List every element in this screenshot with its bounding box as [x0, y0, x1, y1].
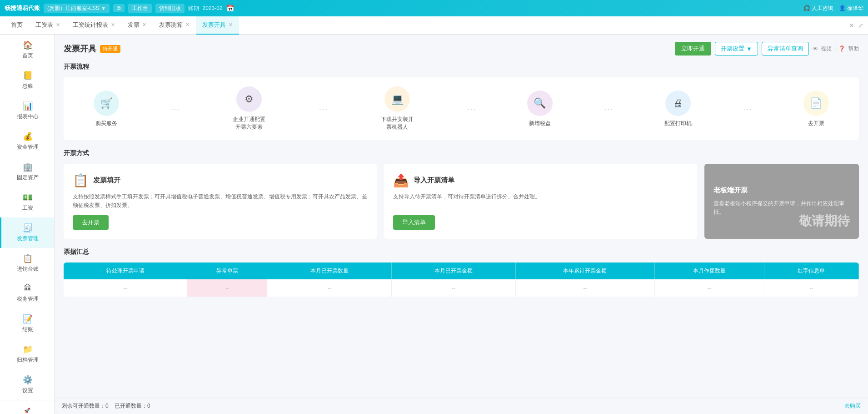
service-icon: 🎧	[803, 5, 810, 11]
tab-payroll[interactable]: 工资表 ✕	[29, 16, 66, 35]
step-config-printer[interactable]: 🖨 配置打印机	[664, 91, 692, 127]
sidebar-item-home[interactable]: 🏠 首页	[0, 35, 54, 65]
assets-icon: 🏢	[23, 162, 33, 172]
open-now-button[interactable]: 立即开通	[675, 42, 711, 56]
sidebar: 🏠 首页 📒 总账 📊 报表中心 💰 资金管理 🏢 固定资产 💵 工资 🧾 发票…	[0, 35, 55, 414]
sidebar-item-invoice-label: 发票管理	[17, 235, 39, 242]
col-void-count: 本月作废数量	[654, 263, 764, 279]
summary-table-data-row: -- -- -- -- -- -- --	[64, 279, 859, 297]
sidebar-bottom: 🚀 新手引导 👑 畅会员 📌 取消固定	[0, 400, 54, 414]
sidebar-item-payroll[interactable]: 💵 工资	[0, 187, 54, 217]
sidebar-item-archive-label: 归档管理	[17, 356, 39, 364]
sidebar-item-settings[interactable]: ⚙️ 设置	[0, 369, 54, 400]
sidebar-item-settlement[interactable]: 📝 结账	[0, 308, 54, 339]
sidebar-item-guide[interactable]: 🚀 新手引导	[0, 404, 54, 414]
company-selector[interactable]: (勿删）江西服室-LSS ▼	[44, 4, 110, 13]
tab-invoice-close[interactable]: ✕	[142, 22, 146, 28]
col-year-amount: 本年累计开票金额	[515, 263, 654, 279]
page-title-row: 发票开具 待开通	[64, 43, 120, 54]
step-configure[interactable]: ⚙ 企业开通配置开票六要素	[231, 86, 267, 131]
sidebar-item-tax-label: 税务管理	[17, 295, 39, 303]
sidebar-item-assets[interactable]: 🏢 固定资产	[0, 157, 54, 187]
step-buy-service-icon: 🛒	[100, 97, 113, 109]
tab-payroll-stats-label: 工资统计报表	[73, 21, 108, 29]
sidebar-item-ledger-label: 总账	[22, 82, 33, 90]
tab-bar: 首页 工资表 ✕ 工资统计报表 ✕ 发票 ✕ 发票测算 ✕ 发票开具 ✕ ✕ ⤢	[0, 16, 868, 35]
cell-month-count: --	[267, 279, 391, 297]
switch-old-button[interactable]: 切到旧版	[155, 4, 185, 13]
step-configure-label: 企业开通配置开票六要素	[231, 116, 267, 131]
tab-invoice-issue[interactable]: 发票开具 ✕	[196, 16, 239, 35]
view-label[interactable]: 视频	[821, 45, 832, 53]
period-label: 账期	[188, 5, 199, 12]
go-issue-button[interactable]: 去开票	[73, 215, 109, 230]
company-name: (勿删）江西服室-LSS	[47, 5, 100, 12]
open-settings-button[interactable]: 开票设置 ▼	[715, 42, 758, 56]
tab-payroll-stats-close[interactable]: ✕	[111, 22, 115, 28]
buy-link[interactable]: 去购买	[844, 402, 861, 410]
sidebar-item-payroll-label: 工资	[22, 204, 33, 212]
abnormal-query-button[interactable]: 异常清单查询	[762, 42, 809, 56]
step-download[interactable]: 💻 下载并安装开票机器人	[379, 86, 415, 131]
import-list-button[interactable]: 导入清单	[393, 215, 435, 230]
sidebar-item-purchase-sales-label: 进销台账	[17, 265, 39, 273]
cell-red-info: --	[764, 279, 858, 297]
sidebar-item-invoice[interactable]: 🧾 发票管理	[0, 217, 54, 248]
arrow-1: ⋯	[170, 103, 180, 114]
sidebar-item-archive[interactable]: 📁 归档管理	[0, 339, 54, 369]
settlement-icon: 📝	[23, 314, 33, 324]
funds-icon: 💰	[23, 131, 33, 141]
page-header: 发票开具 待开通 立即开通 开票设置 ▼ 异常清单查询 👁 视频 | ❓ 帮助	[64, 42, 859, 56]
col-red-info: 红字信息单	[764, 263, 858, 279]
sidebar-item-tax[interactable]: 🏛 税务管理	[0, 278, 54, 308]
arrow-3: ⋯	[467, 103, 476, 114]
guide-icon: 🚀	[24, 408, 30, 414]
method-card-import-desc: 支持导入待开票清单，可对待开票清单进行拆分、合并处理。	[393, 192, 688, 210]
sidebar-item-purchase-sales[interactable]: 📋 进销台账	[0, 248, 54, 278]
user-info[interactable]: 👤 徐泽华	[839, 5, 863, 12]
step-issue-invoice-label: 去开票	[808, 120, 824, 127]
tab-home[interactable]: 首页	[5, 16, 29, 35]
coming-soon-label: 敬请期待	[799, 212, 850, 230]
tab-payroll-stats[interactable]: 工资统计报表 ✕	[66, 16, 121, 35]
cell-pending[interactable]: --	[64, 279, 187, 297]
step-issue-invoice[interactable]: 📄 去开票	[803, 91, 829, 127]
window-close-icon[interactable]: ✕	[849, 22, 854, 29]
period-value[interactable]: 2023-02	[203, 5, 223, 11]
sidebar-item-assets-label: 固定资产	[17, 174, 39, 182]
method-card-manual: 📋 发票填开 支持按照发票样式手工填开发票；可开具增值税电子普通发票、增值税普通…	[64, 164, 377, 239]
step-buy-service[interactable]: 🛒 购买服务	[94, 91, 119, 127]
sidebar-item-funds[interactable]: 💰 资金管理	[0, 126, 54, 157]
tab-invoice-calc[interactable]: 发票测算 ✕	[153, 16, 196, 35]
process-section-title: 开票流程	[64, 63, 859, 71]
ledger-icon: 📒	[23, 71, 33, 81]
tab-payroll-label: 工资表	[35, 21, 53, 29]
arrow-5: ⋯	[743, 103, 752, 114]
workspace-button[interactable]: 工作台	[128, 4, 152, 13]
method-card-import: 📤 导入开票清单 支持导入待开票清单，可对待开票清单进行拆分、合并处理。 导入清…	[384, 164, 697, 239]
copy-button[interactable]: ⧉	[113, 4, 125, 12]
help-label[interactable]: 帮助	[848, 45, 859, 53]
tax-icon: 🏛	[24, 284, 32, 293]
tab-payroll-close[interactable]: ✕	[56, 22, 60, 28]
sidebar-item-settings-label: 设置	[22, 387, 33, 394]
tab-invoice-issue-close[interactable]: ✕	[229, 22, 233, 28]
step-issue-invoice-icon: 📄	[810, 97, 822, 109]
tab-invoice-calc-close[interactable]: ✕	[185, 22, 190, 28]
cell-abnormal[interactable]: --	[187, 279, 267, 297]
purchase-sales-icon: 📋	[23, 253, 33, 263]
method-card-import-header: 📤 导入开票清单	[393, 173, 688, 188]
sidebar-item-funds-label: 资金管理	[17, 143, 39, 151]
sidebar-item-ledger[interactable]: 📒 总账	[0, 65, 54, 96]
service-button[interactable]: 🎧 人工咨询	[803, 5, 833, 12]
cell-month-amount: --	[391, 279, 515, 297]
window-restore-icon[interactable]: ⤢	[858, 22, 863, 29]
top-bar-left: 畅捷通易代账 (勿删）江西服室-LSS ▼ ⧉ 工作台 切到旧版 账期 2023…	[5, 4, 234, 13]
tab-invoice[interactable]: 发票 ✕	[121, 16, 153, 35]
step-add-taxbox[interactable]: 🔍 新增税盘	[527, 91, 553, 127]
step-add-taxbox-icon: 🔍	[534, 97, 546, 109]
bottom-remaining: 剩余可开通数量：0 已开通数量：0	[62, 402, 150, 410]
calendar-icon[interactable]: 📅	[226, 5, 234, 12]
sidebar-item-reports[interactable]: 📊 报表中心	[0, 96, 54, 126]
help-icon: ❓	[838, 45, 845, 52]
